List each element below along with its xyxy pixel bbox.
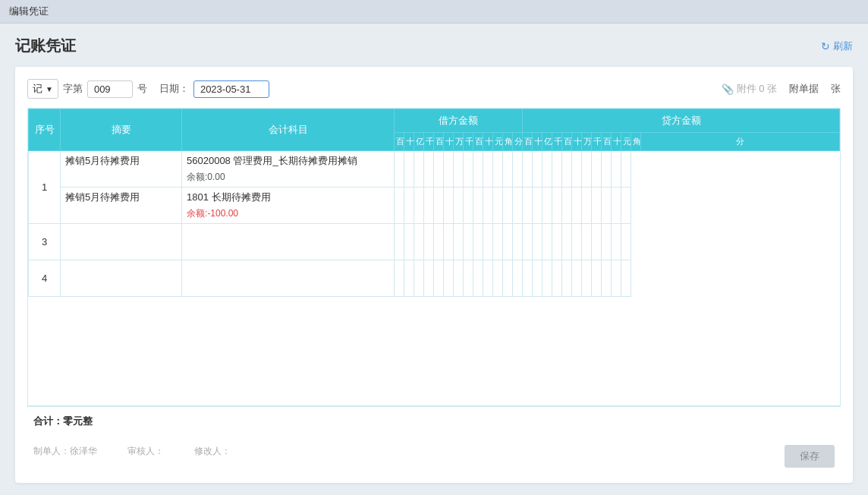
th-sub-d-8: 千 (464, 133, 473, 151)
maker-label: 制单人：徐泽华 (33, 445, 97, 468)
th-sub-d-2: 十 (404, 133, 414, 151)
refresh-button[interactable]: ↻ 刷新 (821, 39, 853, 53)
th-sub-c-8: 千 (592, 133, 602, 151)
save-button[interactable]: 保存 (785, 445, 835, 468)
table-row: 3 (29, 224, 840, 260)
th-sub-d-6: 十 (444, 133, 454, 151)
th-credit: 贷方金额 (523, 109, 840, 133)
page-header: 记账凭证 ↻ 刷新 (15, 36, 853, 56)
th-sub-c-10: 十 (612, 133, 621, 151)
attachment-link[interactable]: 📎 附件 0 张 (722, 82, 777, 96)
voucher-table-wrapper: 序号 摘要 会计科目 借方金额 贷方金额 百 十 亿 千 百 十 (27, 108, 841, 406)
th-sub-c-11: 元 (621, 133, 631, 151)
th-summary: 摘要 (61, 109, 182, 151)
attach-single-label[interactable]: 附单据 (789, 82, 819, 96)
seq-1: 1 (29, 151, 61, 224)
th-sub-d-10: 十 (483, 133, 493, 151)
th-sub-c-4: 千 (552, 133, 562, 151)
account-3[interactable] (182, 224, 395, 260)
main-area: 记账凭证 ↻ 刷新 记 ▼ 字第 号 日期： (0, 24, 868, 495)
hao-label: 号 (137, 82, 147, 96)
th-sub-d-13: 分 (513, 133, 523, 151)
th-account: 会计科目 (182, 109, 395, 151)
attachment-icon: 📎 (722, 84, 734, 95)
account-2[interactable]: 1801 长期待摊费用 余额:-100.00 (182, 188, 395, 224)
th-sub-d-9: 百 (473, 133, 483, 151)
summary-2[interactable]: 摊销5月待摊费用 (61, 188, 182, 224)
voucher-card: 记 ▼ 字第 号 日期： 📎 附件 0 张 附单据 (15, 67, 853, 483)
title-bar-label: 编辑凭证 (9, 5, 49, 17)
title-bar: 编辑凭证 (0, 0, 868, 24)
auditor-label: 审核人： (127, 445, 164, 468)
main-window: 编辑凭证 记账凭证 ↻ 刷新 记 ▼ 字第 号 (0, 0, 868, 495)
th-sub-d-11: 元 (493, 133, 503, 151)
th-sub-c-2: 十 (533, 133, 542, 151)
voucher-table: 序号 摘要 会计科目 借方金额 贷方金额 百 十 亿 千 百 十 (28, 109, 840, 297)
seq-4: 4 (29, 260, 61, 297)
modifier-label: 修改人： (194, 445, 231, 468)
th-sub-d-4: 千 (424, 133, 434, 151)
summary-1[interactable]: 摊销5月待摊费用 (61, 151, 182, 188)
th-sub-d-5: 百 (434, 133, 444, 151)
th-sub-d-7: 万 (454, 133, 464, 151)
total-label: 合计：零元整 (33, 415, 93, 428)
date-input[interactable] (193, 80, 269, 98)
zhang-label: 张 (831, 82, 841, 96)
date-group: 日期： (159, 80, 269, 98)
chevron-down-icon: ▼ (46, 85, 53, 93)
form-row: 记 ▼ 字第 号 日期： 📎 附件 0 张 附单据 (27, 79, 841, 99)
voucher-number-input[interactable] (87, 80, 133, 98)
th-sub-d-12: 角 (503, 133, 513, 151)
table-row: 1 摊销5月待摊费用 56020008 管理费用_长期待摊费用摊销 余额:0.0… (29, 151, 840, 188)
th-debit: 借方金额 (395, 109, 523, 133)
account-4[interactable] (182, 260, 395, 297)
type-group: 记 ▼ 字第 号 (27, 79, 147, 99)
th-seq: 序号 (29, 109, 61, 151)
account-1[interactable]: 56020008 管理费用_长期待摊费用摊销 余额:0.00 (182, 151, 395, 188)
table-row: 摊销5月待摊费用 1801 长期待摊费用 余额:-100.00 (29, 188, 840, 224)
type-select[interactable]: 记 ▼ (27, 79, 58, 99)
th-sub-c-6: 十 (572, 133, 582, 151)
zi-label: 字第 (63, 82, 83, 96)
th-sub-c-7: 万 (582, 133, 592, 151)
th-sub-c-1: 百 (523, 133, 533, 151)
th-sub-c-13: 分 (641, 133, 840, 151)
summary-4[interactable] (61, 260, 182, 297)
seq-3: 3 (29, 224, 61, 260)
summary-3[interactable] (61, 224, 182, 260)
th-sub-d-3: 亿 (414, 133, 424, 151)
th-sub-c-3: 亿 (542, 133, 552, 151)
date-label: 日期： (159, 82, 189, 96)
attachment-area: 📎 附件 0 张 附单据 张 (722, 82, 841, 96)
footer-info-row: 制单人：徐泽华 审核人： 修改人： 保存 (27, 436, 841, 471)
th-sub-c-12: 角 (631, 133, 641, 151)
th-sub-c-5: 百 (562, 133, 572, 151)
refresh-icon: ↻ (821, 40, 830, 52)
footer-total-row: 合计：零元整 (27, 406, 841, 436)
th-sub-c-9: 百 (602, 133, 612, 151)
th-sub-d-1: 百 (395, 133, 404, 151)
table-row: 4 (29, 260, 840, 297)
page-title: 记账凭证 (15, 36, 76, 56)
